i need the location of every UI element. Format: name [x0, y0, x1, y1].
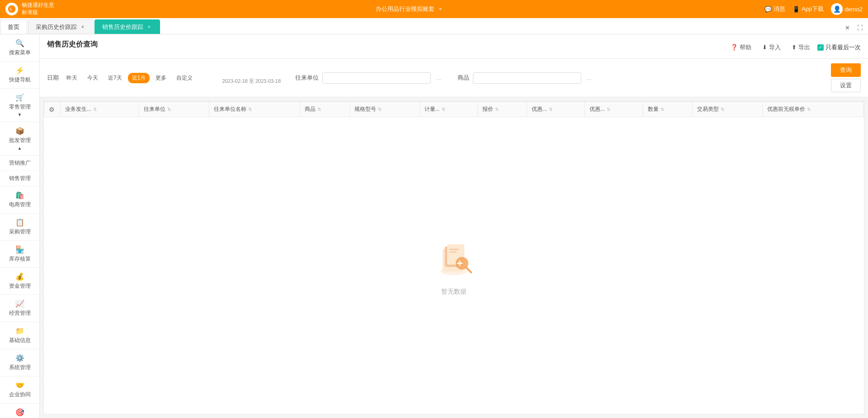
partner-input[interactable]	[322, 72, 431, 84]
col-partner-name: 往来单位名称 ⇅	[209, 102, 300, 117]
sidebar-item-search-label: 搜索菜单	[9, 49, 31, 57]
date-btn-custom[interactable]: 自定义	[172, 73, 197, 83]
logo-text: 畅捷通好生意 标准版	[22, 2, 54, 16]
date-btns: 昨天 今天 近7天 近1月 更多 自定义	[62, 73, 197, 83]
sort-partner-name-icon[interactable]: ⇅	[248, 107, 252, 112]
date-btn-more[interactable]: 更多	[151, 73, 170, 83]
sort-discount-rate-icon[interactable]: ⇅	[549, 107, 552, 112]
sidebar-item-basic-info[interactable]: 📁 基础信息	[0, 322, 39, 349]
product-input[interactable]	[473, 72, 581, 84]
topbar-center[interactable]: 办公用品行业模拟账套	[376, 5, 443, 13]
content: 销售历史价查询 ❓ 帮助 ⬇ 导入 ⬆ 导出	[40, 34, 868, 418]
date-filter-group: 日期 昨天 今天 近7天 近1月 更多 自定义	[47, 73, 197, 83]
sidebar-item-finance[interactable]: 💰 资金管理	[0, 268, 39, 295]
col-unit: 计量... ⇅	[420, 102, 477, 117]
retail-arrow-icon: ▼	[18, 112, 22, 117]
ecommerce-icon: 🛍️	[15, 191, 24, 200]
maximize-btn[interactable]: ⛶	[855, 23, 864, 32]
date-btn-7days[interactable]: 近7天	[104, 73, 126, 83]
col-pretax-price: 优惠前无税单价 ⇅	[762, 102, 863, 117]
sidebar-item-guide[interactable]: 🎯 新手引导	[0, 404, 39, 418]
help-btn[interactable]: ❓ 帮助	[727, 42, 755, 53]
sort-discount-amt-icon[interactable]: ⇅	[607, 107, 610, 112]
sidebar-item-enterprise[interactable]: 🤝 企业协同	[0, 376, 39, 404]
sidebar-item-sales-mgmt-label: 销售管理	[9, 175, 31, 181]
sidebar-item-sales-mgmt[interactable]: 销售管理	[0, 171, 39, 186]
sort-trade-type-icon[interactable]: ⇅	[721, 107, 724, 112]
operations-icon: 📈	[15, 299, 24, 308]
date-label: 日期	[47, 74, 59, 82]
export-icon: ⬆	[792, 44, 797, 51]
date-btn-1month[interactable]: 近1月	[128, 73, 150, 83]
sort-qty-icon[interactable]: ⇅	[660, 107, 664, 112]
sort-unit-icon[interactable]: ⇅	[442, 107, 445, 112]
topbar: 6 畅捷通好生意 标准版 办公用品行业模拟账套 💬 消息 📱 App下载 👤 d…	[0, 0, 868, 18]
sidebar-item-inventory-label: 库存核算	[9, 255, 31, 263]
system-icon: ⚙️	[15, 354, 24, 362]
sidebar-item-basic-info-label: 基础信息	[9, 337, 31, 344]
tab-purchase-close[interactable]: ×	[80, 24, 86, 30]
col-discount-amt: 优惠... ⇅	[585, 102, 643, 117]
tab-purchase-history[interactable]: 采购历史价跟踪 ×	[28, 19, 94, 34]
sidebar-item-quick-nav[interactable]: ⚡ 快捷导航	[0, 62, 39, 89]
col-settings: ⚙	[44, 102, 61, 117]
export-btn[interactable]: ⬆ 导出	[788, 42, 814, 53]
table-wrapper: ⚙ 业务发生... ⇅ 往来单位 ⇅	[43, 101, 864, 414]
tab-home-label: 首页	[8, 23, 19, 31]
settings-btn[interactable]: 设置	[831, 79, 861, 92]
sort-pretax-price-icon[interactable]: ⇅	[807, 107, 811, 112]
sort-partner-code-icon[interactable]: ⇅	[167, 107, 171, 112]
wholesale-icon: 📦	[15, 127, 24, 135]
svg-rect-11	[449, 252, 457, 252]
tab-purchase-label: 采购历史价跟踪	[36, 23, 77, 31]
app-download-btn[interactable]: 📱 App下载	[793, 5, 824, 13]
sidebar-item-purchase[interactable]: 📋 采购管理	[0, 214, 39, 241]
tab-sales-close[interactable]: ×	[146, 24, 152, 30]
basic-info-icon: 📁	[15, 327, 24, 335]
close-window-btn[interactable]: ✕	[843, 23, 852, 32]
sidebar: 🔍 搜索菜单 ⚡ 快捷导航 🛒 零售管理 ▼ 📦 批发管理 ▲ 营销推广 销售管…	[0, 34, 40, 418]
user-menu[interactable]: 👤 demo2	[831, 3, 863, 15]
sidebar-item-marketing[interactable]: 营销推广	[0, 156, 39, 171]
page-title: 销售历史价查询	[47, 40, 98, 49]
sort-biz-date-icon[interactable]: ⇅	[93, 107, 97, 112]
finance-icon: 💰	[15, 272, 24, 281]
filter-actions: 查询 设置	[831, 63, 861, 92]
empty-icon	[431, 235, 476, 280]
sidebar-item-wholesale[interactable]: 📦 批发管理 ▲	[0, 122, 39, 156]
sidebar-item-operations[interactable]: 📈 经营管理	[0, 295, 39, 322]
download-icon: 📱	[793, 6, 800, 13]
import-btn[interactable]: ⬇ 导入	[759, 42, 784, 53]
gear-btn[interactable]: ⚙	[49, 106, 55, 113]
wholesale-arrow-icon: ▲	[18, 146, 22, 151]
sort-price-icon[interactable]: ⇅	[495, 107, 499, 112]
tabbar: 首页 采购历史价跟踪 × 销售历史价跟踪 × ✕ ⛶	[0, 18, 868, 34]
date-btn-today[interactable]: 今天	[83, 73, 102, 83]
sort-product-icon[interactable]: ⇅	[317, 107, 321, 112]
only-last-checkbox-label[interactable]: 只看最后一次	[817, 43, 861, 52]
sidebar-item-system[interactable]: ⚙️ 系统管理	[0, 349, 39, 376]
sort-spec-icon[interactable]: ⇅	[378, 107, 382, 112]
tab-home[interactable]: 首页	[0, 19, 27, 34]
only-last-checkbox[interactable]	[817, 44, 824, 51]
topbar-right: 💬 消息 📱 App下载 👤 demo2	[764, 3, 863, 15]
tab-sales-history[interactable]: 销售历史价跟踪 ×	[94, 19, 160, 34]
toolbar-right: ❓ 帮助 ⬇ 导入 ⬆ 导出 只看最后一次	[727, 42, 861, 53]
sidebar-item-retail[interactable]: 🛒 零售管理 ▼	[0, 89, 39, 122]
sidebar-item-ecommerce-label: 电商管理	[9, 201, 31, 209]
date-btn-yesterday[interactable]: 昨天	[62, 73, 81, 83]
data-table: ⚙ 业务发生... ⇅ 往来单位 ⇅	[44, 101, 864, 117]
query-btn[interactable]: 查询	[831, 63, 861, 77]
sidebar-item-retail-label: 零售管理	[9, 103, 31, 111]
sidebar-item-ecommerce[interactable]: 🛍️ 电商管理	[0, 186, 39, 214]
date-range: 2023-02-18 至 2023-03-18	[222, 78, 281, 85]
logo-icon: 6	[5, 3, 18, 15]
sidebar-item-search[interactable]: 🔍 搜索菜单	[0, 34, 39, 62]
product-dots[interactable]: ...	[585, 75, 594, 81]
partner-dots[interactable]: ...	[434, 75, 443, 81]
inventory-icon: 🏪	[15, 245, 24, 254]
message-btn[interactable]: 💬 消息	[764, 5, 785, 13]
sidebar-item-purchase-label: 采购管理	[9, 228, 31, 236]
sidebar-item-inventory[interactable]: 🏪 库存核算	[0, 241, 39, 268]
sidebar-item-wholesale-label: 批发管理	[9, 137, 31, 144]
